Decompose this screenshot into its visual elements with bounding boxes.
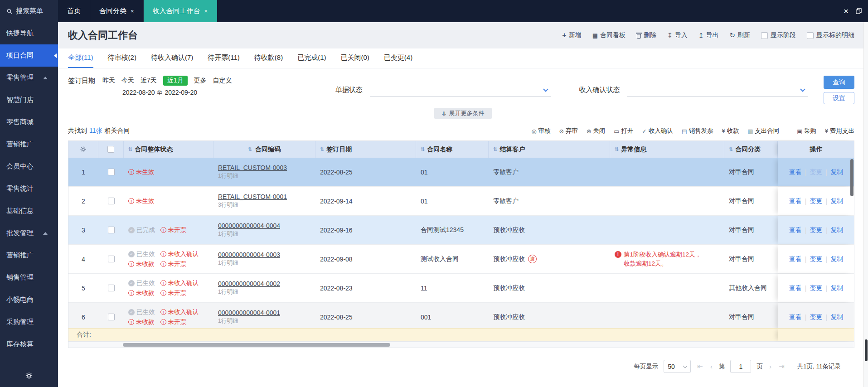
last-page-button[interactable]: ⇥ xyxy=(778,363,786,371)
status-tab-pending-income-confirm[interactable]: 待收入确认(7) xyxy=(151,48,193,68)
sidebar-item-retail-mall[interactable]: 零售商城 xyxy=(0,111,58,133)
copy-link[interactable]: 复制 xyxy=(830,313,843,321)
purchase-button[interactable]: 采购 xyxy=(797,127,816,135)
header-name[interactable]: 合同名称 xyxy=(416,141,489,158)
checkbox-icon[interactable] xyxy=(761,32,768,39)
header-category[interactable]: 合同分类 xyxy=(724,141,778,158)
quick-filter-1month[interactable]: 近1月 xyxy=(163,76,188,86)
doc-status-select[interactable] xyxy=(370,84,551,97)
quick-filter-custom[interactable]: 自定义 xyxy=(213,77,232,85)
tab-close-icon[interactable]: × xyxy=(131,8,134,14)
close-icon[interactable]: × xyxy=(844,7,849,15)
sort-icon[interactable] xyxy=(493,146,497,152)
header-customer[interactable]: 结算客户 xyxy=(489,141,610,158)
sidebar-group-retail-management[interactable]: 零售管理 xyxy=(0,67,58,89)
sidebar-group-wholesale-management[interactable]: 批发管理 xyxy=(0,222,58,244)
window-scrollbar[interactable] xyxy=(863,22,868,387)
copy-link[interactable]: 复制 xyxy=(830,226,843,234)
header-gear[interactable] xyxy=(68,141,98,158)
table-row[interactable]: 4 已生效 未收入确认 未收款 未开票 0000000000004-0003 xyxy=(68,245,854,274)
first-page-button[interactable]: ⇤ xyxy=(696,363,704,371)
row-checkbox[interactable] xyxy=(108,169,115,175)
status-tab-pending-invoice[interactable]: 待开票(11) xyxy=(208,48,240,68)
sidebar-item-project-contract[interactable]: 项目合同 xyxy=(0,44,58,67)
page-number-input[interactable] xyxy=(730,360,751,373)
refresh-button[interactable]: 刷新 xyxy=(729,31,750,39)
restore-window-icon[interactable] xyxy=(856,8,862,14)
income-confirm-select[interactable] xyxy=(627,84,808,97)
contract-code-link[interactable]: 0000000000004-0001 xyxy=(218,309,280,316)
tab-home[interactable]: 首页 xyxy=(58,0,90,22)
horizontal-scrollbar-thumb[interactable] xyxy=(123,343,390,347)
contract-code-link[interactable]: 0000000000004-0004 xyxy=(218,222,280,229)
sort-icon[interactable] xyxy=(421,146,425,152)
table-row[interactable]: 6 已生效 未收入确认 未收款 未开票 0000000000004-0001 xyxy=(68,303,854,328)
window-scrollbar-thumb[interactable] xyxy=(865,339,868,361)
header-code[interactable]: 合同编码 xyxy=(213,141,315,158)
sort-icon[interactable] xyxy=(729,146,733,152)
vertical-scrollbar-thumb[interactable] xyxy=(850,159,853,196)
view-link[interactable]: 查看 xyxy=(789,197,802,205)
contract-code-link[interactable]: 0000000000004-0002 xyxy=(218,280,280,287)
select-all-checkbox[interactable] xyxy=(107,146,114,153)
prev-page-button[interactable]: ‹ xyxy=(709,363,713,370)
status-tab-changed[interactable]: 已变更(4) xyxy=(384,48,412,68)
row-checkbox[interactable] xyxy=(108,198,115,204)
date-range-value[interactable]: 2022-08-20 至 2022-09-20 xyxy=(68,89,335,97)
sales-invoice-button[interactable]: 销售发票 xyxy=(682,127,713,135)
contract-code-link[interactable]: RETAIL_CUSTOM-0001 xyxy=(218,193,287,200)
header-date[interactable]: 签订日期 xyxy=(315,141,416,158)
status-tab-completed[interactable]: 已完成(1) xyxy=(297,48,326,68)
sidebar-item-member-center[interactable]: 会员中心 xyxy=(0,155,58,178)
row-checkbox[interactable] xyxy=(108,285,115,291)
tab-income-contract-workbench[interactable]: 收入合同工作台 × xyxy=(144,0,218,22)
search-button[interactable]: 查询 xyxy=(824,76,854,89)
contract-code-link[interactable]: 0000000000004-0003 xyxy=(218,251,280,258)
sidebar-item-search-menu[interactable]: 搜索菜单 xyxy=(0,0,58,22)
status-tab-pending-receipt[interactable]: 待收款(8) xyxy=(254,48,283,68)
horizontal-scrollbar[interactable] xyxy=(68,342,854,348)
table-row[interactable]: 1 未生效 RETAIL_CUSTOM-0003 1行明细 2022-08-25… xyxy=(68,158,854,187)
change-link[interactable]: 变更 xyxy=(810,313,823,321)
show-stage-checkbox[interactable]: 显示阶段 xyxy=(761,31,796,39)
per-page-select[interactable]: 50 xyxy=(664,360,691,373)
sort-icon[interactable] xyxy=(128,146,132,152)
change-link[interactable]: 变更 xyxy=(810,168,823,176)
view-link[interactable]: 查看 xyxy=(789,168,802,176)
row-checkbox[interactable] xyxy=(108,227,115,233)
receipt-button[interactable]: 收款 xyxy=(722,127,739,135)
income-confirm-button[interactable]: 收入确认 xyxy=(642,127,673,135)
tab-contract-category[interactable]: 合同分类 × xyxy=(90,0,144,22)
change-link[interactable]: 变更 xyxy=(810,197,823,205)
copy-link[interactable]: 复制 xyxy=(830,255,843,263)
copy-link[interactable]: 复制 xyxy=(830,284,843,292)
view-link[interactable]: 查看 xyxy=(789,255,802,263)
open-contract-button[interactable]: 打开 xyxy=(614,127,633,135)
view-link[interactable]: 查看 xyxy=(789,284,802,292)
settings-button[interactable]: 设置 xyxy=(824,92,854,104)
table-row[interactable]: 3 已完成 未开票 0000000000004-0004 1行明细 xyxy=(68,216,854,245)
sidebar-item-inventory-accounting[interactable]: 库存核算 xyxy=(0,333,58,355)
table-row[interactable]: 2 未生效 RETAIL_CUSTOM-0001 3行明细 2022-09-14… xyxy=(68,187,854,216)
new-button[interactable]: 新增 xyxy=(562,31,581,39)
quick-filter-today[interactable]: 今天 xyxy=(121,77,134,85)
import-button[interactable]: 导入 xyxy=(667,31,688,39)
quick-filter-more[interactable]: 更多 xyxy=(194,77,207,85)
contract-code-link[interactable]: RETAIL_CUSTOM-0003 xyxy=(218,164,287,171)
status-tab-closed[interactable]: 已关闭(0) xyxy=(341,48,369,68)
sidebar-item-marketing-promotion[interactable]: 营销推广 xyxy=(0,133,58,155)
sidebar-item-purchase-management[interactable]: 采购管理 xyxy=(0,311,58,333)
sort-icon[interactable] xyxy=(615,146,619,152)
export-button[interactable]: 导出 xyxy=(698,31,719,39)
status-tab-all[interactable]: 全部(11) xyxy=(68,48,93,68)
expand-more-button[interactable]: 展开更多条件 xyxy=(434,108,491,119)
contract-board-button[interactable]: 合同看板 xyxy=(592,31,626,39)
sidebar-item-sales-management[interactable]: 销售管理 xyxy=(0,266,58,289)
row-checkbox[interactable] xyxy=(108,256,115,262)
fee-expense-button[interactable]: 费用支出 xyxy=(825,127,854,135)
collapse-left-icon[interactable] xyxy=(54,53,57,58)
tab-close-icon[interactable]: × xyxy=(204,8,208,14)
row-checkbox[interactable] xyxy=(108,314,115,320)
change-link[interactable]: 变更 xyxy=(810,284,823,292)
header-status[interactable]: 合同整体状态 xyxy=(124,141,213,158)
